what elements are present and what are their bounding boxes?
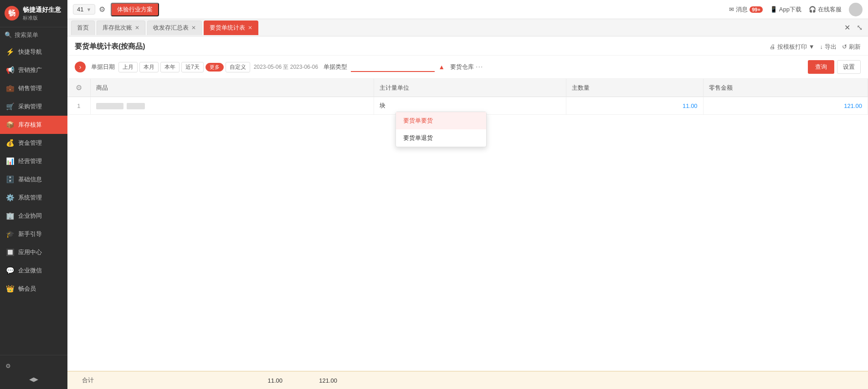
- sidebar-item-label: 销售管理: [18, 84, 62, 92]
- filter-expand-button[interactable]: ›: [75, 61, 86, 72]
- sidebar-item-label: 新手引导: [18, 230, 62, 238]
- warehouse-more-icon[interactable]: ···: [476, 63, 483, 71]
- print-chevron-icon: ▼: [809, 43, 815, 50]
- sidebar-item-label: 企业微信: [18, 266, 62, 275]
- app-download-button[interactable]: 📱 App下载: [770, 5, 801, 14]
- settings-bottom-icon: ⚙: [5, 363, 11, 369]
- sidebar-item-finance[interactable]: 💰 资金管理: [0, 134, 67, 152]
- table-settings-icon[interactable]: ⚙: [76, 84, 82, 92]
- sidebar-search-item[interactable]: 🔍 搜索菜单: [0, 27, 67, 43]
- member-icon: 👑: [5, 284, 15, 293]
- trial-button[interactable]: 体验行业方案: [111, 3, 159, 16]
- sidebar-item-marketing[interactable]: 📢 营销推广: [0, 61, 67, 79]
- refresh-label: 刷新: [849, 43, 861, 51]
- messages-label: 消息: [736, 5, 748, 14]
- sidebar-search-label: 搜索菜单: [15, 31, 38, 39]
- app-label: App下载: [779, 5, 801, 14]
- enterprise-icon: 🏢: [5, 211, 15, 220]
- sidebar-item-apps[interactable]: 🔲 应用中心: [0, 243, 67, 261]
- sidebar-item-enterprise[interactable]: 🏢 企业协同: [0, 207, 67, 225]
- quick-nav-icon: ⚡: [5, 47, 15, 56]
- filter-date-group: 单据日期 上月 本月 本年 近7天 更多 自定义 2023-05-06 至 20…: [91, 62, 318, 72]
- sidebar-item-label: 营销推广: [18, 66, 62, 74]
- tab-recv-summary-close[interactable]: ✕: [191, 25, 196, 31]
- dropdown-item-order-purchase[interactable]: 要货单要货: [396, 112, 486, 129]
- topbar-settings-icon[interactable]: ⚙: [99, 5, 105, 14]
- date-more-btn[interactable]: 更多: [205, 63, 224, 72]
- settings-button[interactable]: 设置: [837, 60, 861, 74]
- messages-button[interactable]: ✉ 消息 99+: [729, 5, 763, 14]
- search-icon: 🔍: [5, 31, 12, 38]
- tab-home[interactable]: 首页: [71, 20, 95, 35]
- date-custom-btn[interactable]: 自定义: [226, 62, 250, 72]
- date-this-month-btn[interactable]: 本月: [139, 62, 159, 72]
- store-selector[interactable]: 41 ▼: [73, 4, 95, 15]
- dropdown-item-order-return[interactable]: 要货单退货: [396, 129, 486, 147]
- sidebar-item-purchase[interactable]: 🛒 采购管理: [0, 97, 67, 116]
- user-avatar[interactable]: [849, 3, 863, 16]
- sidebar-item-label: 采购管理: [18, 102, 62, 111]
- topbar: 41 ▼ ⚙ 体验行业方案 ✉ 消息 99+ 📱 App下载 🎧 在线客服: [67, 0, 868, 19]
- wechat-icon: 💬: [5, 266, 15, 275]
- tab-expand-icon[interactable]: ⤡: [855, 22, 864, 33]
- guide-icon: 🎓: [5, 230, 15, 239]
- tab-recv-summary[interactable]: 收发存汇总表 ✕: [147, 20, 202, 35]
- base-icon: 🗄️: [5, 175, 15, 184]
- tab-inventory-batch[interactable]: 库存批次账 ✕: [97, 20, 145, 35]
- filter-type-group: 单据类型 ▲: [324, 62, 445, 72]
- content-area: 要货单统计表(按商品) 🖨 按模板打印 ▼ ↓ 导出 ↺ 刷新: [67, 36, 868, 389]
- sidebar-item-guide[interactable]: 🎓 新手引导: [0, 225, 67, 243]
- col-product-header: 商品: [90, 79, 374, 97]
- sidebar-item-base[interactable]: 🗄️ 基础信息: [0, 170, 67, 189]
- collapse-icon: ◀▶: [29, 376, 38, 383]
- tab-close-all-icon[interactable]: ✕: [842, 22, 852, 33]
- type-filter-input[interactable]: [351, 62, 435, 72]
- cell-amount[interactable]: 121.00: [703, 97, 868, 115]
- online-service-button[interactable]: 🎧 在线客服: [809, 5, 842, 14]
- tab-order-summary-close[interactable]: ✕: [248, 25, 252, 31]
- logo-icon: 畅: [5, 6, 19, 20]
- sidebar-bottom: ⚙ ◀▶: [0, 355, 67, 389]
- apps-icon: 🔲: [5, 248, 15, 257]
- type-dropdown-arrow[interactable]: ▲: [438, 63, 445, 71]
- sidebar-collapse-button[interactable]: ◀▶: [0, 373, 67, 385]
- table-footer: 合计 11.00 121.00: [67, 371, 868, 389]
- tab-order-summary[interactable]: 要货单统计表 ✕: [204, 20, 258, 35]
- messages-badge: 99+: [750, 6, 763, 13]
- date-range-display: 2023-05-06 至 2023-06-06: [254, 63, 318, 71]
- sidebar-item-inventory[interactable]: 📦 库存核算: [0, 116, 67, 134]
- sidebar-settings-btn[interactable]: ⚙: [0, 359, 67, 373]
- col-settings-header[interactable]: ⚙: [67, 79, 90, 97]
- export-button[interactable]: ↓ 导出: [820, 43, 837, 51]
- logo-sub-text: 标准版: [23, 15, 61, 21]
- print-icon: 🖨: [770, 43, 776, 50]
- query-button[interactable]: 查询: [808, 60, 834, 74]
- sidebar-logo: 畅 畅捷通好生意 标准版: [0, 0, 67, 27]
- marketing-icon: 📢: [5, 66, 15, 75]
- sidebar-item-sales[interactable]: 💼 销售管理: [0, 79, 67, 97]
- refresh-button[interactable]: ↺ 刷新: [842, 43, 861, 51]
- sidebar-item-wechat[interactable]: 💬 企业微信: [0, 261, 67, 280]
- logo-main-text: 畅捷通好生意: [23, 5, 61, 15]
- tab-inventory-batch-close[interactable]: ✕: [135, 25, 139, 31]
- cell-qty[interactable]: 11.00: [566, 97, 703, 115]
- date-last-7days-btn[interactable]: 近7天: [181, 62, 204, 72]
- system-icon: ⚙️: [5, 193, 15, 202]
- sidebar-item-label: 基础信息: [18, 175, 62, 184]
- sidebar-item-member[interactable]: 👑 畅会员: [0, 280, 67, 298]
- app-icon: 📱: [770, 6, 777, 13]
- operations-icon: 📊: [5, 157, 15, 166]
- page-title: 要货单统计表(按商品): [75, 42, 145, 51]
- sidebar-item-quick-nav[interactable]: ⚡ 快捷导航: [0, 43, 67, 61]
- type-dropdown: 要货单要货 要货单退货: [395, 112, 487, 147]
- date-last-month-btn[interactable]: 上月: [118, 62, 138, 72]
- tabs-bar: 首页 库存批次账 ✕ 收发存汇总表 ✕ 要货单统计表 ✕ ✕ ⤡: [67, 19, 868, 36]
- tab-order-summary-label: 要货单统计表: [210, 24, 245, 32]
- sidebar-item-operations[interactable]: 📊 经营管理: [0, 152, 67, 170]
- sidebar-item-system[interactable]: ⚙️ 系统管理: [0, 189, 67, 207]
- sidebar-item-label: 企业协同: [18, 212, 62, 220]
- print-template-button[interactable]: 🖨 按模板打印 ▼: [770, 43, 815, 51]
- sales-icon: 💼: [5, 84, 15, 93]
- date-this-year-btn[interactable]: 本年: [160, 62, 180, 72]
- finance-icon: 💰: [5, 138, 15, 148]
